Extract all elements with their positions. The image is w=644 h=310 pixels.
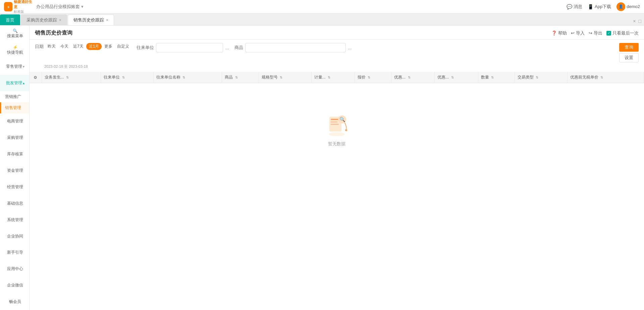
sidebar-item-basic[interactable]: 基础信息 xyxy=(0,195,29,212)
date-range-row: 2023-02-18 至 2023-03-18 xyxy=(30,64,644,72)
export-icon: ↪ xyxy=(589,31,592,36)
sort-partner-name-icon: ⇅ xyxy=(182,75,185,79)
settings-button[interactable]: 设置 xyxy=(619,53,639,62)
sort-biz-date-icon: ⇅ xyxy=(66,75,69,79)
col-trade-type[interactable]: 交易类型 ⇅ xyxy=(515,72,568,83)
message-btn[interactable]: 💬 消息 xyxy=(567,4,582,10)
sidebar: 🔍 搜索菜单 ⚡ 快捷导航 零售管理 ▾ 批发管理 ▴ 营销推广 销售管理 电商… xyxy=(0,25,30,310)
goods-dots-btn[interactable]: ... xyxy=(348,45,352,50)
sidebar-item-marketing[interactable]: 营销推广 xyxy=(0,91,29,102)
tab-sales-label: 销售历史价跟踪 xyxy=(73,17,104,23)
tab-close-all-icon[interactable]: × xyxy=(633,18,636,24)
partner-filter-group: 往来单位 ... xyxy=(137,43,229,52)
col-no-tax-price[interactable]: 优惠前无税单价 ⇅ xyxy=(567,72,644,83)
sidebar-item-search[interactable]: 🔍 搜索菜单 xyxy=(0,25,29,42)
retail-arrow-icon: ▾ xyxy=(23,65,24,68)
date-btn-7days[interactable]: 近7天 xyxy=(71,43,86,50)
breadcrumb-text: 办公用品行业模拟账套 xyxy=(36,4,80,10)
col-price[interactable]: 报价 ⇅ xyxy=(355,72,391,83)
sort-spec-icon: ⇅ xyxy=(280,75,282,79)
only-last-checkbox[interactable]: ✓ xyxy=(606,31,611,36)
sort-discount2-icon: ⇅ xyxy=(451,75,454,79)
sidebar-item-inventory[interactable]: 库存核算 xyxy=(0,146,29,162)
col-discount1[interactable]: 优惠... ⇅ xyxy=(391,72,435,83)
tab-purchase[interactable]: 采购历史价跟踪 × xyxy=(21,14,67,25)
sidebar-item-finance[interactable]: 资金管理 xyxy=(0,162,29,179)
col-spec[interactable]: 规格型号 ⇅ xyxy=(259,72,311,83)
sidebar-item-system[interactable]: 系统管理 xyxy=(0,212,29,228)
breadcrumb: 办公用品行业模拟账套 ▾ xyxy=(34,4,567,10)
content-area: 销售历史价查询 ❓ 帮助 ↩ 导入 ↪ 导出 ✓ 只看最后一次 xyxy=(30,25,644,310)
partner-label: 往来单位 xyxy=(137,45,154,51)
partner-input[interactable] xyxy=(156,43,223,52)
sidebar-item-appstore[interactable]: 应用中心 xyxy=(0,261,29,277)
page-title: 销售历史价查询 xyxy=(35,30,72,37)
sidebar-item-wholesale[interactable]: 批发管理 ▴ xyxy=(0,75,29,91)
help-icon: ❓ xyxy=(551,31,557,36)
sort-no-tax-price-icon: ⇅ xyxy=(600,75,603,79)
sidebar-item-wechat[interactable]: 企业微信 xyxy=(0,277,29,294)
mobile-icon: 📱 xyxy=(588,4,593,9)
tab-maximize-icon[interactable]: □ xyxy=(639,18,641,24)
svg-point-9 xyxy=(345,129,347,131)
breadcrumb-dropdown-icon[interactable]: ▾ xyxy=(81,4,84,9)
app-download-btn[interactable]: 📱 App下载 xyxy=(588,4,611,10)
quick-icon: ⚡ xyxy=(13,45,18,50)
page-actions: ❓ 帮助 ↩ 导入 ↪ 导出 ✓ 只看最后一次 xyxy=(551,30,639,36)
goods-label: 商品 xyxy=(234,45,243,51)
date-label: 日期 xyxy=(35,44,44,50)
svg-point-2 xyxy=(329,132,345,136)
sidebar-item-member[interactable]: 畅会员 xyxy=(0,294,29,310)
empty-state: 🔍 暂无数据 xyxy=(30,83,644,174)
sort-discount1-icon: ⇅ xyxy=(408,75,411,79)
page-header: 销售历史价查询 ❓ 帮助 ↩ 导入 ↪ 导出 ✓ 只看最后一次 xyxy=(30,25,644,40)
date-btn-more[interactable]: 更多 xyxy=(102,43,114,50)
table-container: ⚙ 业务发生... ⇅ 往来单位 ⇅ 往来单位名称 ⇅ xyxy=(30,72,644,310)
sort-price-icon: ⇅ xyxy=(368,75,370,79)
sidebar-item-cooperation[interactable]: 企业协同 xyxy=(0,228,29,245)
date-shortcuts: 昨天 今天 近7天 近1月 更多 自定义 xyxy=(46,43,131,50)
sidebar-item-operations[interactable]: 经营管理 xyxy=(0,179,29,195)
sidebar-item-quick[interactable]: ⚡ 快捷导航 xyxy=(0,42,29,58)
tab-bar-right: × □ xyxy=(633,18,644,25)
date-btn-yesterday[interactable]: 昨天 xyxy=(46,43,58,50)
tab-home[interactable]: 首页 xyxy=(0,14,20,25)
col-quantity[interactable]: 数量 ⇅ xyxy=(478,72,515,83)
date-btn-today[interactable]: 今天 xyxy=(58,43,70,50)
tab-purchase-label: 采购历史价跟踪 xyxy=(26,17,57,23)
date-btn-custom[interactable]: 自定义 xyxy=(115,43,131,50)
col-discount2[interactable]: 优惠... ⇅ xyxy=(435,72,478,83)
user-menu[interactable]: 👤 demo2 xyxy=(616,2,640,11)
goods-input[interactable] xyxy=(245,43,346,52)
sort-unit-icon: ⇅ xyxy=(328,75,330,79)
partner-dots-btn[interactable]: ... xyxy=(225,45,229,50)
sidebar-item-ecommerce[interactable]: 电商管理 xyxy=(0,113,29,130)
tab-bar: 首页 采购历史价跟踪 × 销售历史价跟踪 × × □ xyxy=(0,13,644,25)
tab-purchase-close[interactable]: × xyxy=(59,18,61,22)
date-range-text: 2023-02-18 至 2023-03-18 xyxy=(44,64,88,68)
sidebar-item-purchase[interactable]: 采购管理 xyxy=(0,130,29,146)
sidebar-item-guide[interactable]: 新手引导 xyxy=(0,245,29,261)
gear-icon[interactable]: ⚙ xyxy=(34,75,37,80)
tab-home-label: 首页 xyxy=(6,17,14,23)
tab-sales-close[interactable]: × xyxy=(106,18,108,22)
import-btn[interactable]: ↩ 导入 xyxy=(571,30,585,36)
export-btn[interactable]: ↪ 导出 xyxy=(589,30,602,36)
only-last-checkbox-area[interactable]: ✓ 只看最后一次 xyxy=(606,30,639,36)
date-btn-1month[interactable]: 近1月 xyxy=(86,43,102,50)
query-button[interactable]: 查询 xyxy=(619,43,639,52)
help-btn[interactable]: ❓ 帮助 xyxy=(551,30,567,36)
tab-sales[interactable]: 销售历史价跟踪 × xyxy=(68,14,114,25)
sidebar-item-retail[interactable]: 零售管理 ▾ xyxy=(0,58,29,75)
sidebar-item-sales-mgmt[interactable]: 销售管理 xyxy=(0,102,29,113)
search-icon: 🔍 xyxy=(13,29,18,33)
col-partner-name[interactable]: 往来单位名称 ⇅ xyxy=(154,72,222,83)
logo-icon: 6 xyxy=(4,2,12,11)
col-unit[interactable]: 计量... ⇅ xyxy=(311,72,355,83)
col-gear[interactable]: ⚙ xyxy=(30,72,42,83)
col-partner-code[interactable]: 往来单位 ⇅ xyxy=(101,72,154,83)
svg-rect-5 xyxy=(331,121,337,122)
col-biz-date[interactable]: 业务发生... ⇅ xyxy=(42,72,101,83)
col-goods[interactable]: 商品 ⇅ xyxy=(222,72,259,83)
avatar: 👤 xyxy=(616,2,625,11)
